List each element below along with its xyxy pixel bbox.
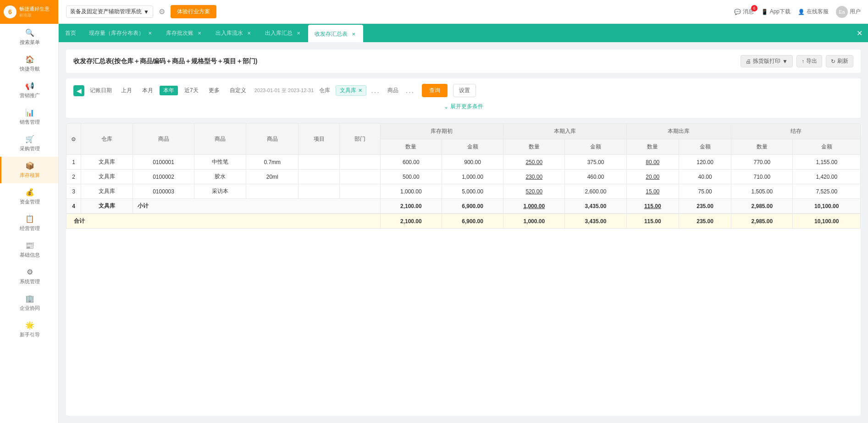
sidebar-label-inventory-mgmt: 库存核算 xyxy=(20,172,40,179)
th-out-amt: 金额 xyxy=(679,139,731,155)
user-label: 用户 xyxy=(850,8,861,16)
warehouse-tag-close-btn[interactable]: ✕ xyxy=(358,88,362,93)
row-department xyxy=(339,170,380,184)
tab-close-collect_summary[interactable]: ✕ xyxy=(350,31,357,37)
sidebar-item-finance[interactable]: 💰 资金管理 xyxy=(0,183,58,210)
sidebar-item-purchase[interactable]: 🛒 采购管理 xyxy=(0,130,58,157)
tab-home[interactable]: 首页 xyxy=(59,24,83,42)
export-btn[interactable]: ↑ 导出 xyxy=(796,55,822,67)
tabs-container: 首页现存量（库存分布表）✕库存批次账✕出入库流水✕出入库汇总✕收发存汇总表✕ xyxy=(59,23,851,43)
date-custom-btn[interactable]: 自定义 xyxy=(226,86,250,95)
date-this-month-btn[interactable]: 本月 xyxy=(138,86,157,95)
row-goods-spec xyxy=(246,184,299,199)
row-closing-amt: 1,155.00 xyxy=(793,155,861,170)
close-all-tabs-btn[interactable]: ✕ xyxy=(851,29,868,38)
user-btn[interactable]: Ea 用户 xyxy=(836,6,861,18)
tab-inventory[interactable]: 现存量（库存分布表）✕ xyxy=(83,24,160,42)
subtotal-in-amt: 3,435.00 xyxy=(565,199,626,214)
export-icon: ↑ xyxy=(802,58,804,65)
finance-icon: 💰 xyxy=(25,188,34,197)
table-body: 1 文具库 0100001 中性笔 0.7mm 600.00 900.00 25… xyxy=(66,155,861,214)
topbar: 装备及固定资产辅助管理系统 ▼ ⚙ 体验行业方案 💬 消息 6 📱 App下载 … xyxy=(59,0,868,24)
table-row: 1 文具库 0100001 中性笔 0.7mm 600.00 900.00 25… xyxy=(66,155,861,170)
row-opening-qty: 1,000.00 xyxy=(380,184,442,199)
sidebar-item-inventory-mgmt[interactable]: 📦 库存核算 xyxy=(0,157,58,183)
sidebar-item-marketing[interactable]: 📢 营销推广 xyxy=(0,77,58,104)
table-row: 2 文具库 0100002 胶水 20ml 500.00 1,000.00 23… xyxy=(66,170,861,184)
search-btn[interactable]: 查询 xyxy=(422,84,448,97)
tab-label-inout_summary: 出入库汇总 xyxy=(265,29,293,37)
sidebar-label-enterprise: 企业协同 xyxy=(20,305,40,312)
page-actions: 🖨 拣货版打印 ▼ ↑ 导出 ↻ 刷新 xyxy=(741,55,853,67)
row-in-amt: 375.00 xyxy=(565,155,626,170)
warehouse-tag: 文具库 ✕ xyxy=(336,85,366,96)
th-group-in: 本期入库 xyxy=(503,124,626,139)
system-selector[interactable]: 装备及固定资产辅助管理系统 ▼ xyxy=(66,5,153,18)
tab-close-inventory[interactable]: ✕ xyxy=(147,30,153,36)
print-btn[interactable]: 🖨 拣货版打印 ▼ xyxy=(741,55,793,67)
total-out-qty: 115.00 xyxy=(626,214,679,229)
row-out-qty[interactable]: 20.00 xyxy=(626,170,679,184)
row-opening-amt: 5,000.00 xyxy=(442,184,503,199)
row-in-qty[interactable]: 520.00 xyxy=(503,184,565,199)
tab-close-inout_flow[interactable]: ✕ xyxy=(246,30,252,36)
phone-icon: 📱 xyxy=(761,9,768,15)
row-out-qty[interactable]: 15.00 xyxy=(626,184,679,199)
date-this-year-btn[interactable]: 本年 xyxy=(160,86,178,95)
date-more-btn[interactable]: 更多 xyxy=(205,86,223,95)
tab-label-inout_flow: 出入库流水 xyxy=(216,29,243,37)
subtotal-out-qty[interactable]: 115.00 xyxy=(626,199,679,214)
sidebar-item-sales[interactable]: 📊 销售管理 xyxy=(0,104,58,130)
row-goods-code: 0100002 xyxy=(133,170,194,184)
sidebar-item-basic-info[interactable]: 📰 基础信息 xyxy=(0,236,58,263)
row-out-qty[interactable]: 80.00 xyxy=(626,155,679,170)
tab-inout_flow[interactable]: 出入库流水✕ xyxy=(209,24,259,42)
subtotal-opening-amt: 6,900.00 xyxy=(442,199,503,214)
experience-btn[interactable]: 体验行业方案 xyxy=(171,5,216,18)
tab-inout_summary[interactable]: 出入库汇总✕ xyxy=(259,24,308,42)
th-warehouse: 仓库 xyxy=(81,124,133,155)
sidebar-item-system[interactable]: ⚙ 系统管理 xyxy=(0,263,58,290)
message-btn[interactable]: 💬 消息 6 xyxy=(734,8,754,16)
table-settings-icon[interactable]: ⚙ xyxy=(71,136,76,143)
filter-row-1: ◀ 记账日期 上月 本月 本年 近7天 更多 自定义 2023-01-01 至 … xyxy=(73,84,853,97)
sidebar-item-enterprise[interactable]: 🏢 企业协同 xyxy=(0,290,58,316)
row-in-qty[interactable]: 230.00 xyxy=(503,170,565,184)
filter-settings-btn[interactable]: 设置 xyxy=(453,84,476,97)
expand-more-btn[interactable]: ⌄ 展开更多条件 xyxy=(73,101,853,112)
app-download-btn[interactable]: 📱 App下载 xyxy=(761,8,791,16)
filter-expand-btn[interactable]: ◀ xyxy=(73,85,84,96)
sales-icon: 📊 xyxy=(25,108,34,117)
goods-more-dots[interactable]: ... xyxy=(404,87,416,95)
gear-icon[interactable]: ⚙ xyxy=(159,7,165,16)
tab-close-inout_summary[interactable]: ✕ xyxy=(295,30,302,36)
system-icon: ⚙ xyxy=(27,268,33,276)
tab-batch[interactable]: 库存批次账✕ xyxy=(160,24,209,42)
sidebar-item-operations[interactable]: 📋 经营管理 xyxy=(0,210,58,236)
print-icon: 🖨 xyxy=(746,58,751,65)
row-opening-amt: 900.00 xyxy=(442,155,503,170)
subtotal-in-qty[interactable]: 1,000.00 xyxy=(503,199,565,214)
row-out-amt: 120.00 xyxy=(679,155,731,170)
tab-close-batch[interactable]: ✕ xyxy=(196,30,203,36)
row-in-qty[interactable]: 250.00 xyxy=(503,155,565,170)
date-last-month-btn[interactable]: 上月 xyxy=(117,86,136,95)
th-settings[interactable]: ⚙ xyxy=(66,124,81,155)
print-dropdown-icon: ▼ xyxy=(782,58,788,65)
sidebar-item-search[interactable]: 🔍 搜索菜单 xyxy=(0,24,58,50)
sidebar-item-quick-nav[interactable]: 🏠 快捷导航 xyxy=(0,50,58,77)
online-service-btn[interactable]: 👤 在线客服 xyxy=(798,8,829,16)
sidebar-item-newcomer[interactable]: 🌟 新手引导 xyxy=(0,316,58,343)
warehouse-more-dots[interactable]: ... xyxy=(369,87,381,95)
total-in-amt: 3,435.00 xyxy=(565,214,626,229)
row-closing-qty: 1,505.00 xyxy=(731,184,793,199)
refresh-btn[interactable]: ↻ 刷新 xyxy=(826,55,853,67)
subtotal-warehouse: 文具库 xyxy=(81,199,133,214)
inventory-mgmt-icon: 📦 xyxy=(25,161,34,170)
app-badge: 标准版 xyxy=(19,12,50,18)
logo-icon: 6 xyxy=(4,5,17,18)
tab-collect_summary[interactable]: 收发存汇总表✕ xyxy=(308,25,363,43)
th-group-out: 本期出库 xyxy=(626,124,731,139)
date-7days-btn[interactable]: 近7天 xyxy=(181,86,202,95)
quick-nav-icon: 🏠 xyxy=(25,55,34,64)
